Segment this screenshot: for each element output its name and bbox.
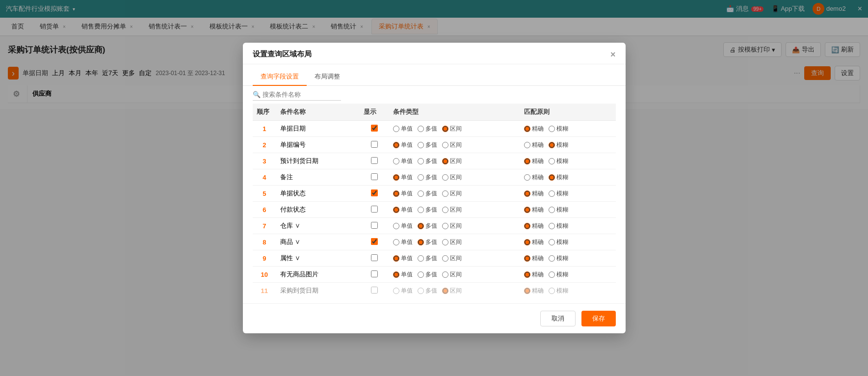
tab-field-settings[interactable]: 查询字段设置	[253, 68, 307, 86]
conditions-table: 顺序 条件名称 显示 条件类型 匹配原则 1单据日期单值多值区间精确模糊2单据编…	[253, 104, 616, 109]
search-input[interactable]	[263, 91, 345, 98]
th-show: 显示	[360, 104, 390, 109]
dialog-close-button[interactable]: ×	[610, 50, 616, 59]
th-name: 条件名称	[276, 104, 360, 109]
condition-search-box: 🔍	[253, 91, 341, 101]
dialog-tab-bar: 查询字段设置 布局调整	[243, 68, 626, 86]
dialog-title: 设置查询区域布局	[253, 50, 312, 59]
tab-layout-adjust[interactable]: 布局调整	[307, 68, 348, 86]
settings-dialog: 设置查询区域布局 × 查询字段设置 布局调整 🔍 顺序 条件名称	[243, 43, 626, 109]
search-icon: 🔍	[253, 91, 261, 98]
dialog-header: 设置查询区域布局 ×	[243, 43, 626, 64]
th-match: 匹配原则	[520, 104, 615, 109]
table-header-row: 顺序 条件名称 显示 条件类型 匹配原则	[253, 104, 616, 109]
modal-overlay: 设置查询区域布局 × 查询字段设置 布局调整 🔍 顺序 条件名称	[0, 0, 868, 109]
conditions-table-container: 顺序 条件名称 显示 条件类型 匹配原则 1单据日期单值多值区间精确模糊2单据编…	[243, 104, 626, 109]
th-type: 条件类型	[389, 104, 520, 109]
th-order: 顺序	[253, 104, 277, 109]
